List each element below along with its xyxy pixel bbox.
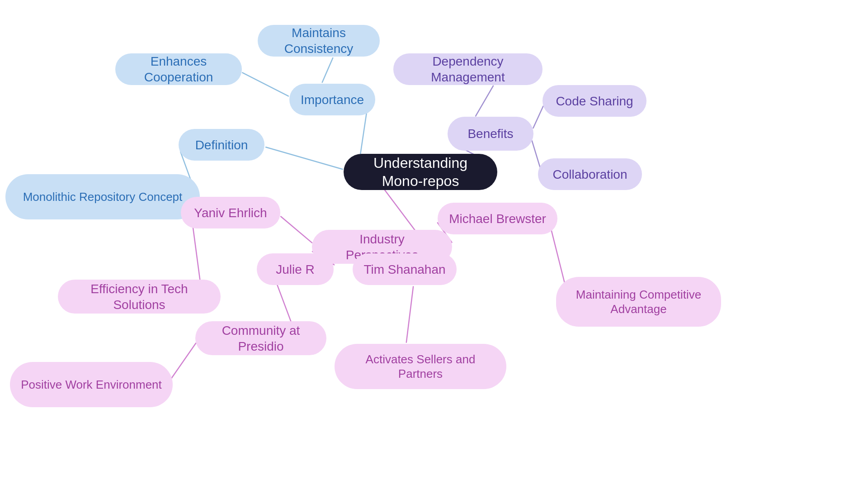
node-community-presidio: Community at Presidio bbox=[195, 321, 326, 355]
svg-line-10 bbox=[281, 217, 312, 243]
node-enhances-cooperation: Enhances Cooperation bbox=[115, 53, 242, 85]
node-code-sharing: Code Sharing bbox=[542, 85, 646, 117]
node-maintaining-competitive: Maintaining Competitive Advantage bbox=[556, 277, 721, 327]
node-dependency-mgmt: Dependency Management bbox=[393, 53, 542, 85]
svg-line-0 bbox=[359, 111, 367, 159]
node-collaboration: Collaboration bbox=[538, 158, 642, 190]
svg-line-3 bbox=[266, 147, 343, 169]
node-benefits: Benefits bbox=[448, 117, 533, 151]
node-yaniv-ehrlich: Yaniv Ehrlich bbox=[181, 197, 280, 228]
node-monolithic-repo: Monolithic Repository Concept bbox=[5, 174, 200, 219]
svg-line-8 bbox=[532, 141, 540, 167]
node-importance: Importance bbox=[289, 84, 375, 115]
svg-line-18 bbox=[406, 286, 413, 342]
center-node: Understanding Mono-repos bbox=[344, 154, 497, 190]
svg-line-6 bbox=[476, 86, 493, 116]
node-positive-work: Positive Work Environment bbox=[10, 362, 173, 407]
svg-line-16 bbox=[277, 285, 291, 321]
svg-line-11 bbox=[193, 224, 200, 284]
node-definition: Definition bbox=[179, 129, 264, 161]
svg-line-9 bbox=[385, 190, 415, 230]
svg-line-7 bbox=[533, 106, 543, 128]
node-tim-shanahan: Tim Shanahan bbox=[353, 253, 457, 285]
svg-line-2 bbox=[242, 73, 288, 96]
node-michael-brewster: Michael Brewster bbox=[438, 203, 557, 234]
node-maintains-consistency: Maintains Consistency bbox=[258, 25, 380, 57]
node-efficiency: Efficiency in Tech Solutions bbox=[58, 280, 221, 314]
svg-line-13 bbox=[551, 228, 566, 288]
svg-line-17 bbox=[171, 343, 196, 378]
svg-line-1 bbox=[322, 58, 333, 82]
node-julie-r: Julie R bbox=[257, 253, 334, 285]
node-activates-sellers: Activates Sellers and Partners bbox=[335, 344, 506, 389]
